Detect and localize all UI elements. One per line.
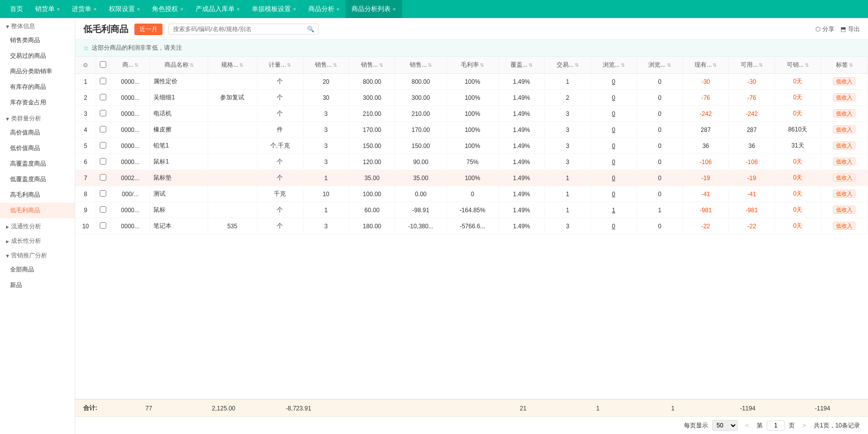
notice-bar: ☆ 这部分商品的利润非常低，请关注 — [75, 40, 868, 57]
prev-page-button[interactable]: ＜ — [742, 421, 753, 430]
close-icon[interactable]: × — [293, 6, 296, 12]
cell-trade: 1 — [545, 186, 591, 202]
nav-home[interactable]: 首页 — [4, 0, 29, 18]
select-all-checkbox[interactable] — [100, 61, 106, 68]
col-current-stock[interactable]: 现有...⇅ — [682, 57, 729, 74]
nav-purchase-order[interactable]: 进货单 × — [66, 0, 102, 18]
cell-checkbox[interactable] — [96, 186, 110, 202]
cell-spec: 535 — [208, 218, 257, 234]
share-button[interactable]: ⬡ 分享 — [815, 25, 834, 34]
filter-recent-month-button[interactable]: 近一月 — [134, 24, 162, 35]
sidebar-item-traded[interactable]: 交易过的商品 — [0, 48, 75, 64]
sidebar-group-cluster[interactable]: ▾ 类群量分析 — [0, 110, 75, 125]
sidebar-item-category-rate[interactable]: 商品分类助销率 — [0, 64, 75, 79]
cell-checkbox[interactable] — [96, 138, 110, 154]
sidebar-item-low-value[interactable]: 低价值商品 — [0, 140, 75, 156]
close-icon[interactable]: × — [180, 6, 183, 12]
cell-checkbox[interactable] — [96, 106, 110, 122]
cell-checkbox[interactable] — [96, 74, 110, 90]
cell-browse1[interactable]: 0 — [591, 138, 637, 154]
sidebar-item-low-coverage[interactable]: 低覆盖度商品 — [0, 172, 75, 187]
col-tag[interactable]: 标签⇅ — [821, 57, 868, 74]
sidebar-item-high-value[interactable]: 高价值商品 — [0, 125, 75, 140]
cell-checkbox[interactable] — [96, 90, 110, 106]
col-name[interactable]: 商品名称⇅ — [150, 57, 208, 74]
cell-tag: 低收入 — [821, 154, 868, 170]
sidebar-item-high-coverage[interactable]: 高覆盖度商品 — [0, 156, 75, 172]
col-sales-profit[interactable]: 销售...⇅ — [395, 57, 447, 74]
col-trade[interactable]: 交易...⇅ — [545, 57, 591, 74]
cell-browse1[interactable]: 0 — [591, 122, 637, 138]
sidebar-group-liquidity[interactable]: ▸ 流通性分析 — [0, 218, 75, 233]
cell-browse1[interactable]: 0 — [591, 218, 637, 234]
nav-sales-order[interactable]: 销货单 × — [29, 0, 66, 18]
cell-coverage: 1.49% — [498, 74, 545, 90]
nav-product-analysis-list[interactable]: 商品分析列表 × — [345, 0, 402, 18]
col-available[interactable]: 可用...⇅ — [729, 57, 775, 74]
col-spec[interactable]: 规格...⇅ — [208, 57, 257, 74]
cell-browse2: 0 — [637, 154, 683, 170]
nav-role-auth[interactable]: 角色授权 × — [146, 0, 189, 18]
sidebar-group-overall[interactable]: ▾ 整体信息 — [0, 18, 75, 33]
close-icon[interactable]: × — [393, 6, 396, 12]
cell-checkbox[interactable] — [96, 218, 110, 234]
cell-browse1[interactable]: 0 — [591, 186, 637, 202]
per-page-select[interactable]: 50 20 100 — [712, 420, 738, 431]
close-icon[interactable]: × — [93, 6, 96, 12]
close-icon[interactable]: × — [137, 6, 140, 12]
cell-browse1[interactable]: 0 — [591, 106, 637, 122]
sidebar-group-growth[interactable]: ▸ 成长性分析 — [0, 233, 75, 247]
sidebar-item-high-margin[interactable]: 高毛利商品 — [0, 187, 75, 203]
col-sales-price[interactable]: 销售...⇅ — [349, 57, 395, 74]
nav-permission[interactable]: 权限设置 × — [103, 0, 146, 18]
next-page-button[interactable]: ＞ — [799, 421, 810, 430]
sidebar-item-all-products[interactable]: 全部商品 — [0, 262, 75, 277]
cell-checkbox[interactable] — [96, 122, 110, 138]
col-select-all[interactable] — [96, 57, 110, 74]
nav-product-storage[interactable]: 产成品入库单 × — [190, 0, 246, 18]
cell-browse1[interactable]: 0 — [591, 154, 637, 170]
cell-checkbox[interactable] — [96, 202, 110, 218]
close-icon[interactable]: × — [57, 6, 60, 12]
col-gross-rate[interactable]: 毛利率⇅ — [446, 57, 498, 74]
cell-browse1[interactable]: 1 — [591, 202, 637, 218]
cell-trade: 3 — [545, 154, 591, 170]
cell-trade: 3 — [545, 218, 591, 234]
col-browse1[interactable]: 浏览...⇅ — [591, 57, 637, 74]
cell-current-stock: -22 — [682, 218, 729, 234]
cell-trade: 1 — [545, 170, 591, 186]
footer-current-stock: -1194 — [710, 405, 785, 412]
sidebar-group-marketing[interactable]: ▾ 营销推广分析 — [0, 247, 75, 262]
cell-code: 0002... — [110, 170, 150, 186]
col-coverage[interactable]: 覆盖...⇅ — [498, 57, 545, 74]
close-icon[interactable]: × — [336, 6, 339, 12]
cell-browse1[interactable]: 0 — [591, 170, 637, 186]
sidebar-item-capital[interactable]: 库存资金占用 — [0, 95, 75, 110]
cell-index: 4 — [75, 122, 96, 138]
col-browse2[interactable]: 浏览...⇅ — [637, 57, 683, 74]
export-button[interactable]: ⬒ 导出 — [840, 25, 860, 34]
cell-checkbox[interactable] — [96, 154, 110, 170]
sidebar-item-low-margin[interactable]: 低毛利商品 — [0, 203, 75, 218]
cell-name: 电话机 — [150, 106, 208, 122]
nav-product-analysis[interactable]: 商品分析 × — [302, 0, 345, 18]
close-icon[interactable]: × — [237, 6, 240, 12]
sidebar-item-in-stock[interactable]: 有库存的商品 — [0, 79, 75, 95]
search-input[interactable] — [173, 26, 304, 33]
table-body: 1 0000... 属性定价 个 20 800.00 800.00 100% 1… — [75, 74, 868, 234]
col-saleable[interactable]: 可销...⇅ — [775, 57, 821, 74]
sidebar-item-new-products[interactable]: 新品 — [0, 277, 75, 293]
col-unit[interactable]: 计量...⇅ — [257, 57, 303, 74]
search-icon[interactable]: 🔍 — [307, 26, 314, 33]
cell-browse1[interactable]: 0 — [591, 90, 637, 106]
sidebar-item-sales-products[interactable]: 销售类商品 — [0, 33, 75, 48]
col-code[interactable]: 商...⇅ — [110, 57, 150, 74]
page-number-input[interactable] — [767, 420, 785, 430]
nav-template-settings[interactable]: 单据模板设置 × — [246, 0, 302, 18]
gear-icon[interactable]: ⚙ — [83, 62, 88, 69]
cell-name: 铅笔1 — [150, 138, 208, 154]
cell-saleable: 0天 — [775, 186, 821, 202]
cell-checkbox[interactable] — [96, 170, 110, 186]
cell-browse1[interactable]: 0 — [591, 74, 637, 90]
col-sales-qty[interactable]: 销售...⇅ — [303, 57, 349, 74]
